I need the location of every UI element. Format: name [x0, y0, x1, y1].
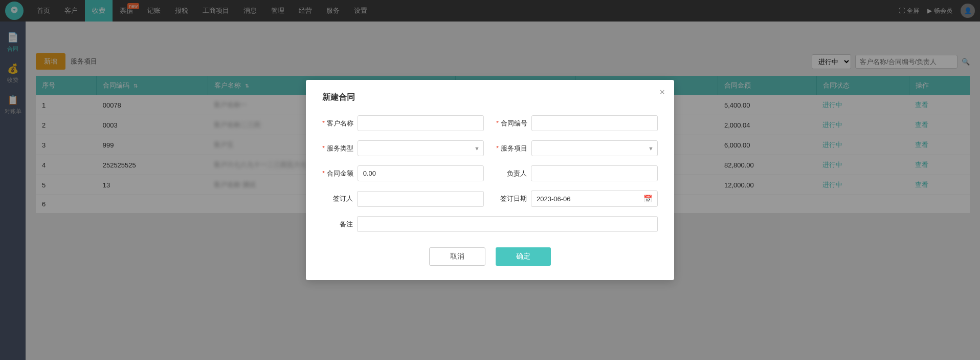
form-field-remarks: 备注	[322, 216, 658, 232]
form-row-3: 合同金额 负责人	[322, 165, 658, 181]
remarks-label: 备注	[322, 220, 353, 229]
form-field-client-name: 客户名称	[322, 115, 484, 131]
service-item-select[interactable]	[531, 140, 658, 156]
responsible-label: 负责人	[496, 169, 527, 178]
sign-date-value: 2023-06-06	[537, 195, 571, 203]
contract-no-input[interactable]	[531, 115, 658, 131]
amount-label: 合同金额	[322, 169, 353, 178]
service-item-select-wrapper: ▼	[531, 140, 658, 156]
service-type-label: 服务类型	[322, 144, 353, 153]
service-type-select[interactable]	[358, 140, 484, 156]
modal-footer: 取消 确定	[322, 247, 658, 266]
new-contract-modal: 新建合同 × 客户名称 合同编号 服务类型 ▼	[306, 80, 674, 280]
service-item-label: 服务项目	[496, 144, 527, 153]
form-field-contract-no: 合同编号	[496, 115, 658, 131]
contract-no-label: 合同编号	[496, 119, 527, 128]
modal-title: 新建合同	[322, 92, 658, 103]
modal-close-button[interactable]: ×	[659, 87, 665, 98]
form-row-2: 服务类型 ▼ 服务项目 ▼	[322, 140, 658, 156]
remarks-input[interactable]	[357, 216, 658, 232]
form-field-sign-date: 签订日期 2023-06-06 📅	[496, 190, 658, 207]
modal-overlay[interactable]: 新建合同 × 客户名称 合同编号 服务类型 ▼	[0, 0, 980, 360]
confirm-button[interactable]: 确定	[496, 247, 551, 266]
form-field-responsible: 负责人	[496, 165, 658, 181]
sign-date-picker[interactable]: 2023-06-06 📅	[531, 190, 658, 207]
signer-input[interactable]	[357, 191, 484, 207]
amount-input[interactable]	[358, 165, 484, 181]
form-field-service-item: 服务项目 ▼	[496, 140, 658, 156]
signer-label: 签订人	[322, 194, 353, 203]
service-type-select-wrapper: ▼	[358, 140, 484, 156]
form-row-1: 客户名称 合同编号	[322, 115, 658, 131]
form-row-4: 签订人 签订日期 2023-06-06 📅	[322, 190, 658, 207]
form-field-signer: 签订人	[322, 190, 484, 207]
cancel-button[interactable]: 取消	[429, 247, 485, 266]
calendar-icon[interactable]: 📅	[643, 195, 652, 203]
form-row-5: 备注	[322, 216, 658, 232]
form-field-amount: 合同金额	[322, 165, 484, 181]
form-field-service-type: 服务类型 ▼	[322, 140, 484, 156]
client-name-input[interactable]	[358, 115, 484, 131]
client-name-label: 客户名称	[322, 119, 353, 128]
responsible-input[interactable]	[531, 165, 658, 181]
sign-date-label: 签订日期	[496, 194, 527, 203]
